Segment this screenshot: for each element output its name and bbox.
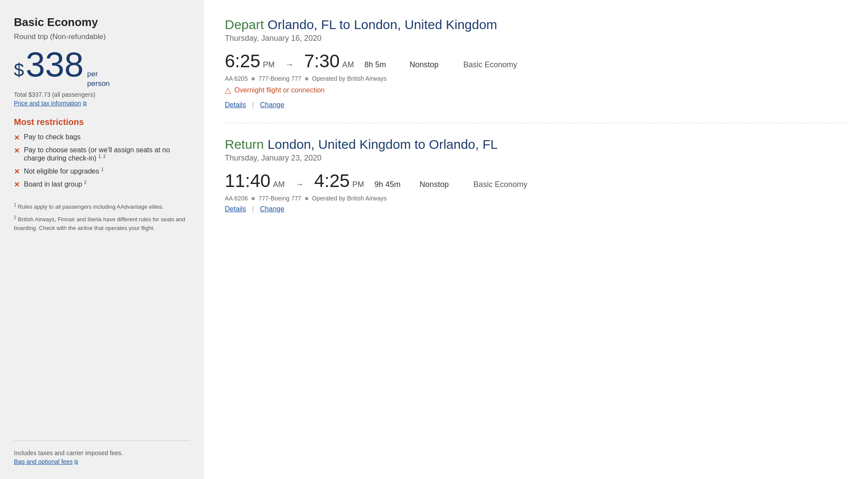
depart-time-block: 6:25 PM (225, 51, 275, 72)
depart-date: Thursday, January 16, 2020 (225, 34, 847, 43)
separator: ■ (251, 195, 255, 202)
return-flight-number: AA 6206 (225, 195, 248, 202)
warning-icon: △ (225, 85, 231, 95)
action-separator: | (252, 101, 254, 109)
flight-stops: Nonstop (410, 60, 453, 69)
depart-details-row: AA 6205 ■ 777-Boeing 777 ■ Operated by B… (225, 75, 847, 82)
section-divider (225, 123, 847, 123)
flight-number: AA 6205 (225, 75, 248, 82)
x-icon: ✕ (14, 180, 20, 189)
x-icon: ✕ (14, 167, 20, 176)
return-details-link[interactable]: Details (225, 205, 246, 213)
price-row: $ 338 perperson (14, 47, 190, 89)
bottom-section: Includes taxes and carrier imposed fees.… (14, 440, 190, 465)
restriction-text: Pay to check bags (24, 133, 81, 141)
x-icon: ✕ (14, 134, 20, 142)
return-cabin-class: Basic Economy (473, 180, 527, 189)
external-link-icon: ⧉ (74, 459, 78, 465)
separator: ■ (305, 195, 308, 202)
right-panel: Depart Orlando, FL to London, United Kin… (204, 0, 868, 479)
arrive-time: 7:30 (304, 51, 340, 72)
aircraft-type: 777-Boeing 777 (258, 75, 301, 82)
footnote-section: 1 Rules apply to all passengers includin… (14, 202, 190, 236)
return-direction: Return London, United Kingdom to Orlando… (225, 137, 847, 152)
depart-times-row: 6:25 PM → 7:30 AM 8h 5m Nonstop Basic Ec… (225, 51, 847, 72)
price-dollar-sign: $ (14, 60, 24, 81)
depart-ampm: PM (263, 60, 275, 69)
return-times-row: 11:40 AM → 4:25 PM 9h 45m Nonstop Basic … (225, 171, 847, 191)
includes-text: Includes taxes and carrier imposed fees. (14, 449, 190, 456)
restriction-item: ✕ Pay to choose seats (or we'll assign s… (14, 146, 190, 162)
return-operated-by: Operated by British Airways (312, 195, 387, 202)
arrive-time-block: 7:30 AM (304, 51, 354, 72)
return-actions: Details | Change (225, 205, 847, 213)
flight-duration: 8h 5m (365, 60, 399, 69)
depart-direction: Depart Orlando, FL to London, United Kin… (225, 17, 847, 32)
left-panel: Basic Economy Round trip (Non-refundable… (0, 0, 204, 479)
restriction-item: ✕ Not eligible for upgrades 1 (14, 167, 190, 176)
return-aircraft-type: 777-Boeing 777 (258, 195, 301, 202)
restriction-item: ✕ Pay to check bags (14, 133, 190, 142)
external-link-icon: ⧉ (83, 100, 87, 106)
return-header: Return London, United Kingdom to Orlando… (225, 137, 847, 163)
return-arrive-time: 4:25 (314, 171, 350, 191)
separator: ■ (305, 75, 308, 82)
return-arrive-time-block: 4:25 PM (314, 171, 364, 191)
return-date: Thursday, January 23, 2020 (225, 154, 847, 163)
restriction-text: Not eligible for upgrades 1 (24, 167, 103, 175)
overnight-text: Overnight flight or connection (234, 86, 325, 94)
separator: ■ (251, 75, 255, 82)
arrow-icon: → (285, 59, 294, 69)
footnote-2: 2 British Airways, Finnair and Iberia ha… (14, 214, 190, 232)
price-tax-link[interactable]: Price and tax information ⧉ (14, 100, 190, 107)
depart-section: Depart Orlando, FL to London, United Kin… (225, 17, 847, 109)
restrictions-title: Most restrictions (14, 117, 190, 127)
panel-title: Basic Economy (14, 16, 190, 29)
operated-by: Operated by British Airways (312, 75, 387, 82)
depart-word: Depart (225, 17, 264, 32)
depart-time: 6:25 (225, 51, 260, 72)
depart-route: Orlando, FL to London, United Kingdom (267, 17, 497, 32)
restriction-item: ✕ Board in last group 2 (14, 180, 190, 189)
return-change-link[interactable]: Change (260, 205, 284, 213)
arrow-icon: → (295, 179, 304, 189)
return-word: Return (225, 137, 264, 151)
return-depart-ampm: AM (273, 180, 285, 189)
return-depart-time: 11:40 (225, 171, 270, 191)
depart-header: Depart Orlando, FL to London, United Kin… (225, 17, 847, 43)
price-per-person: perperson (87, 69, 110, 89)
restriction-text: Board in last group 2 (24, 180, 86, 188)
round-trip-label: Round trip (Non-refundable) (14, 33, 190, 41)
depart-actions: Details | Change (225, 101, 847, 109)
return-flight-duration: 9h 45m (375, 180, 409, 189)
return-route: London, United Kingdom to Orlando, FL (267, 137, 497, 151)
footnote-1: 1 Rules apply to all passengers includin… (14, 202, 190, 211)
return-arrive-ampm: PM (352, 180, 364, 189)
depart-details-link[interactable]: Details (225, 101, 246, 109)
action-separator: | (252, 205, 254, 213)
total-label: Total $337.73 (all passengers) (14, 91, 190, 98)
cabin-class: Basic Economy (464, 60, 517, 69)
restriction-text: Pay to choose seats (or we'll assign sea… (24, 146, 190, 162)
return-depart-time-block: 11:40 AM (225, 171, 285, 191)
depart-change-link[interactable]: Change (260, 101, 284, 109)
overnight-warning: △ Overnight flight or connection (225, 85, 847, 95)
arrive-ampm: AM (342, 60, 354, 69)
bag-optional-fees-link[interactable]: Bag and optional fees ⧉ (14, 458, 190, 465)
restriction-list: ✕ Pay to check bags ✕ Pay to choose seat… (14, 133, 190, 193)
return-flight-stops: Nonstop (420, 180, 463, 189)
price-amount: 338 (26, 47, 83, 82)
x-icon: ✕ (14, 147, 20, 155)
return-details-row: AA 6206 ■ 777-Boeing 777 ■ Operated by B… (225, 195, 847, 202)
return-section: Return London, United Kingdom to Orlando… (225, 137, 847, 213)
